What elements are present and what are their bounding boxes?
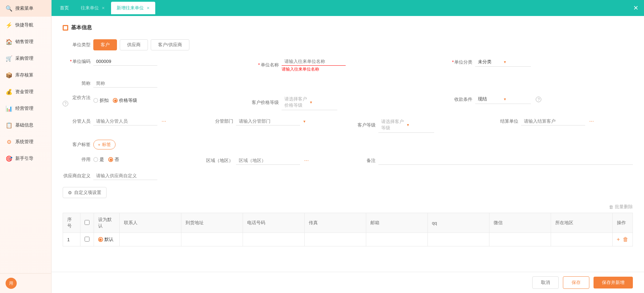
- manager-more-icon[interactable]: ···: [160, 118, 167, 124]
- sales-icon: 🏠: [6, 38, 13, 45]
- unit-category-arrow: ▼: [503, 60, 528, 64]
- region-field: 区域（地区） ···: [205, 156, 348, 165]
- disabled-no-inner: [110, 158, 112, 161]
- select-all-checkbox[interactable]: [85, 220, 89, 225]
- sidebar-item-basic[interactable]: 📋 基础信息: [0, 117, 51, 133]
- sidebar-item-inventory[interactable]: 📦 库存核算: [0, 67, 51, 83]
- sidebar-bottom: 用: [0, 273, 51, 293]
- sidebar-item-label: 资金管理: [15, 89, 33, 95]
- col-default: 设为默认: [94, 213, 120, 233]
- tab-home[interactable]: 首页: [54, 2, 74, 14]
- unit-code-input[interactable]: [93, 57, 157, 66]
- row-address-input[interactable]: [186, 237, 238, 242]
- batch-delete-area[interactable]: 🗑 批量删除: [63, 204, 633, 210]
- sidebar-item-finance[interactable]: 💰 资金管理: [0, 83, 51, 100]
- payment-terms-field: 收款条件 现结 ▼ ?: [445, 95, 633, 104]
- add-tag-button[interactable]: + 标签: [93, 140, 116, 149]
- unit-type-customer-btn[interactable]: 客户: [93, 39, 117, 50]
- save-new-button[interactable]: 保存并新增: [594, 277, 633, 288]
- main-area: 首页 往来单位 ✕ 新增往来单位 ✕ ✕ 基本信息 单位类型 客户 供应商: [52, 0, 644, 293]
- sidebar-item-system[interactable]: ⚙ 系统管理: [0, 133, 51, 150]
- row-delete-icon[interactable]: 🗑: [623, 236, 628, 243]
- custom-settings-button[interactable]: ⚙ 自定义项设置: [63, 187, 107, 198]
- disabled-region-row: 停用 是 否 区域（地区） ···: [63, 156, 633, 165]
- disabled-radio-group: 是 否: [93, 156, 119, 163]
- pricing-discount-radio[interactable]: 折扣: [93, 97, 109, 104]
- customer-price-level-select[interactable]: 请选择客户价格等级 ▼: [282, 95, 337, 110]
- col-actions: 操作: [612, 213, 633, 233]
- remarks-input[interactable]: [378, 156, 633, 165]
- short-name-input[interactable]: [93, 79, 157, 88]
- customer-tag-field: 客户标签 + 标签: [63, 140, 633, 149]
- sidebar-item-search[interactable]: 🔍 搜索菜单: [0, 0, 51, 17]
- purchase-icon: 🛒: [6, 55, 13, 62]
- row-qq-input[interactable]: [432, 237, 485, 242]
- unit-name-input[interactable]: [282, 57, 346, 66]
- sidebar-item-quick-nav[interactable]: ⚡ 快捷导航: [0, 17, 51, 33]
- sidebar-item-sales[interactable]: 🏠 销售管理: [0, 33, 51, 50]
- col-fax: 传真: [305, 213, 366, 233]
- tab-home-label: 首页: [60, 5, 69, 11]
- payment-terms-select[interactable]: 现结 ▼: [475, 95, 531, 104]
- pricing-help-icon[interactable]: ?: [63, 101, 68, 106]
- tab-partner-list[interactable]: 往来单位 ✕: [75, 2, 110, 14]
- window-close-button[interactable]: ✕: [630, 3, 641, 13]
- row-phone-input[interactable]: [247, 237, 300, 242]
- payment-terms-label: 收款条件: [445, 96, 472, 103]
- unit-category-select[interactable]: 未分类 ▼: [475, 57, 531, 67]
- payment-terms-help-icon[interactable]: ?: [536, 97, 541, 102]
- save-button[interactable]: 保存: [563, 276, 589, 289]
- customer-level-select[interactable]: 请选择客户等级 ▼: [378, 117, 434, 133]
- disabled-yes-radio[interactable]: 是: [93, 156, 104, 163]
- department-input[interactable]: [236, 117, 300, 125]
- manager-input[interactable]: [93, 117, 157, 125]
- sidebar-item-purchase[interactable]: 🛒 采购管理: [0, 50, 51, 67]
- manager-field: 分管人员 ···: [63, 117, 205, 125]
- table-row: 1 默认: [63, 233, 633, 246]
- section-header: 基本信息: [63, 24, 633, 31]
- tab-partner-list-close[interactable]: ✕: [102, 6, 105, 10]
- settlement-more-icon[interactable]: ···: [588, 118, 595, 124]
- row-phone-cell: [243, 233, 305, 246]
- supplier-custom-input[interactable]: [93, 172, 157, 180]
- pricing-level-radio-outer: [113, 98, 118, 103]
- cancel-button[interactable]: 取消: [532, 276, 559, 289]
- short-name-field: 简称: [63, 79, 251, 88]
- row-checkbox[interactable]: [85, 237, 89, 242]
- region-more-icon[interactable]: ···: [303, 157, 310, 164]
- department-arrow: ▼: [303, 120, 306, 123]
- row-wechat-input[interactable]: [494, 237, 547, 242]
- sidebar-item-label: 快捷导航: [15, 22, 33, 28]
- tab-add-partner-close[interactable]: ✕: [147, 6, 150, 10]
- settlement-input[interactable]: [521, 117, 585, 125]
- row-email-input[interactable]: [370, 237, 423, 242]
- sidebar-item-label: 库存核算: [15, 72, 33, 78]
- col-phone: 电话号码: [243, 213, 305, 233]
- unit-category-field: *单位分类 未分类 ▼: [445, 57, 633, 67]
- disabled-no-radio[interactable]: 否: [108, 156, 119, 163]
- section-icon: [63, 25, 68, 31]
- row-default-radio-inner: [99, 238, 102, 241]
- pricing-level-radio[interactable]: 价格等级: [113, 97, 137, 104]
- row-region-input[interactable]: [555, 237, 608, 242]
- sidebar-item-operations[interactable]: 📊 经营管理: [0, 100, 51, 117]
- unit-name-wrapper: 请输入往来单位名称: [282, 57, 346, 72]
- region-input[interactable]: [236, 156, 300, 165]
- sidebar-item-label: 基础信息: [15, 122, 33, 128]
- col-checkbox: [80, 213, 94, 233]
- unit-category-label: *单位分类: [445, 59, 472, 65]
- unit-type-supplier-btn[interactable]: 供应商: [120, 39, 148, 50]
- row-add-icon[interactable]: +: [617, 236, 620, 243]
- tab-add-partner[interactable]: 新增往来单位 ✕: [111, 2, 155, 14]
- settlement-field: 结算单位 ···: [490, 117, 633, 125]
- row-default-radio[interactable]: 默认: [98, 236, 116, 243]
- row-fax-input[interactable]: [309, 237, 362, 242]
- department-label: 分管部门: [205, 118, 233, 124]
- row-contact-input[interactable]: [124, 237, 177, 242]
- sidebar-item-label: 系统管理: [15, 139, 33, 145]
- disabled-yes-outer: [93, 157, 98, 162]
- unit-type-both-btn[interactable]: 客户/供应商: [151, 39, 189, 50]
- pricing-field: 定价方法 ? 折扣 价格等级: [63, 95, 251, 106]
- sidebar-item-newbie[interactable]: 🎯 新手引导: [0, 150, 51, 167]
- pricing-level-radio-inner: [114, 99, 117, 102]
